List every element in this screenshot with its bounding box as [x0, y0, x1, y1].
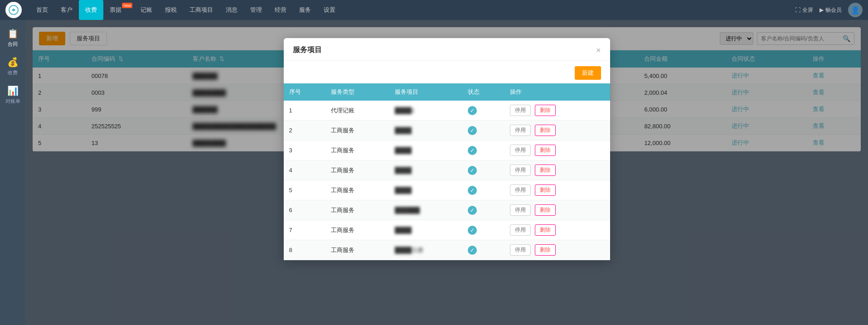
modal-cell-status: ✓ [462, 200, 504, 220]
modal-col-seq: 序号 [284, 83, 326, 101]
modal-cell-action: 停用 删除 [504, 141, 610, 160]
stop-button[interactable]: 停用 [510, 224, 531, 236]
delete-button[interactable]: 删除 [535, 184, 556, 196]
sidebar: 📋 合同 💰 收费 📊 对账单 [0, 20, 25, 325]
status-check-icon: ✓ [468, 246, 477, 255]
stop-button[interactable]: 停用 [510, 105, 531, 116]
delete-button[interactable]: 删除 [535, 224, 556, 236]
service-items-table-header: 序号 服务类型 服务项目 状态 操作 [284, 83, 610, 101]
modal-cell-item: ████ [389, 160, 462, 180]
modal-col-status: 状态 [462, 83, 504, 101]
modal-cell-status: ✓ [462, 160, 504, 180]
modal-cell-seq: 8 [284, 240, 326, 260]
nav-item-settings[interactable]: 设置 [317, 0, 342, 20]
delete-button[interactable]: 删除 [535, 165, 556, 176]
sidebar-item-reconcile[interactable]: 📊 对账单 [1, 82, 24, 108]
nav-item-message[interactable]: 消息 [219, 0, 244, 20]
nav-item-billing[interactable]: 收费 [79, 0, 103, 20]
modal-toolbar: 新建 [284, 61, 610, 83]
nav-item-service[interactable]: 服务 [293, 0, 317, 20]
stop-button[interactable]: 停用 [510, 184, 531, 196]
sidebar-item-billing[interactable]: 💰 收费 [1, 53, 24, 80]
delete-button[interactable]: 删除 [535, 105, 556, 116]
modal-cell-item: ████ [389, 220, 462, 240]
list-item: 2 工商服务 ████ ✓ 停用 删除 [284, 121, 610, 141]
nav-item-operation[interactable]: 经营 [268, 0, 293, 20]
list-item: 4 工商服务 ████ ✓ 停用 删除 [284, 160, 610, 180]
modal-cell-seq: 7 [284, 220, 326, 240]
delete-button[interactable]: 删除 [535, 244, 556, 256]
modal-cell-type: 工商服务 [325, 141, 389, 160]
nav-item-management[interactable]: 管理 [244, 0, 268, 20]
user-avatar[interactable]: 👤 [848, 3, 863, 17]
modal-cell-status: ✓ [462, 141, 504, 160]
delete-button[interactable]: 删除 [535, 125, 556, 136]
list-item: 5 工商服务 ████ ✓ 停用 删除 [284, 180, 610, 200]
modal-cell-status: ✓ [462, 101, 504, 121]
nav-items-list: 首页 客户 收费 票据 new 记账 报税 工商项目 消息 管理 经营 服务 设… [30, 0, 795, 20]
modal-cell-item: ██████ [389, 200, 462, 220]
modal-cell-type: 工商服务 [325, 240, 389, 260]
modal-cell-type: 工商服务 [325, 220, 389, 240]
fullscreen-icon: ⛶ [795, 7, 800, 13]
modal-cell-action: 停用 删除 [504, 180, 610, 200]
modal-cell-item: ████ [389, 141, 462, 160]
stop-button[interactable]: 停用 [510, 204, 531, 216]
modal-cell-item: ████ [389, 180, 462, 200]
modal-col-action: 操作 [504, 83, 610, 101]
status-check-icon: ✓ [468, 126, 477, 135]
delete-button[interactable]: 删除 [535, 204, 556, 216]
modal-cell-action: 停用 删除 [504, 121, 610, 141]
modal-cell-seq: 6 [284, 200, 326, 220]
modal-cell-status: ✓ [462, 180, 504, 200]
sidebar-item-contract[interactable]: 📋 合同 [1, 24, 24, 51]
modal-cell-type: 工商服务 [325, 200, 389, 220]
status-check-icon: ✓ [468, 166, 477, 175]
status-check-icon: ✓ [468, 106, 477, 115]
service-items-table: 序号 服务类型 服务项目 状态 操作 1 代理记账 ████1 ✓ 停用 [284, 83, 610, 260]
modal-close-button[interactable]: × [596, 46, 601, 54]
member-button[interactable]: ▶ 畅会员 [820, 6, 842, 14]
fullscreen-button[interactable]: ⛶ 全屏 [795, 6, 813, 14]
modal-cell-status: ✓ [462, 121, 504, 141]
list-item: 3 工商服务 ████ ✓ 停用 删除 [284, 141, 610, 160]
modal-new-button[interactable]: 新建 [575, 66, 601, 80]
modal-cell-seq: 1 [284, 101, 326, 121]
stop-button[interactable]: 停用 [510, 244, 531, 256]
modal-cell-item: ████1 [389, 101, 462, 121]
modal-cell-action: 停用 删除 [504, 160, 610, 180]
main-layout: 📋 合同 💰 收费 📊 对账单 新增 服务项目 进行中 全部 已完成 [0, 20, 868, 325]
status-check-icon: ✓ [468, 146, 477, 155]
delete-button[interactable]: 删除 [535, 145, 556, 156]
modal-cell-seq: 2 [284, 121, 326, 141]
top-right-actions: ⛶ 全屏 ▶ 畅会员 👤 [795, 3, 863, 17]
list-item: 7 工商服务 ████ ✓ 停用 删除 [284, 220, 610, 240]
modal-cell-status: ✓ [462, 240, 504, 260]
nav-item-tax[interactable]: 报税 [159, 0, 183, 20]
nav-item-business[interactable]: 工商项目 [183, 0, 219, 20]
nav-item-invoice[interactable]: 票据 new [103, 0, 134, 20]
modal-cell-type: 代理记账 [325, 101, 389, 121]
modal-cell-action: 停用 删除 [504, 101, 610, 121]
modal-cell-seq: 4 [284, 160, 326, 180]
service-item-modal: 服务项目 × 新建 序号 服务类型 服务项目 状态 [284, 38, 610, 260]
reconcile-icon: 📊 [7, 85, 19, 96]
modal-cell-type: 工商服务 [325, 160, 389, 180]
modal-title: 服务项目 [293, 45, 322, 55]
nav-item-home[interactable]: 首页 [30, 0, 54, 20]
nav-item-customer[interactable]: 客户 [54, 0, 79, 20]
list-item: 6 工商服务 ██████ ✓ 停用 删除 [284, 200, 610, 220]
nav-item-bookkeeping[interactable]: 记账 [134, 0, 159, 20]
modal-cell-action: 停用 删除 [504, 240, 610, 260]
stop-button[interactable]: 停用 [510, 165, 531, 176]
stop-button[interactable]: 停用 [510, 125, 531, 136]
app-logo [5, 2, 22, 18]
service-items-table-body: 1 代理记账 ████1 ✓ 停用 删除 2 工商服务 ████ ✓ 停用 删除… [284, 101, 610, 260]
status-check-icon: ✓ [468, 186, 477, 195]
modal-col-type: 服务类型 [325, 83, 389, 101]
modal-cell-action: 停用 删除 [504, 200, 610, 220]
contract-icon: 📋 [7, 28, 19, 39]
modal-cell-status: ✓ [462, 220, 504, 240]
stop-button[interactable]: 停用 [510, 145, 531, 156]
status-check-icon: ✓ [468, 206, 477, 215]
